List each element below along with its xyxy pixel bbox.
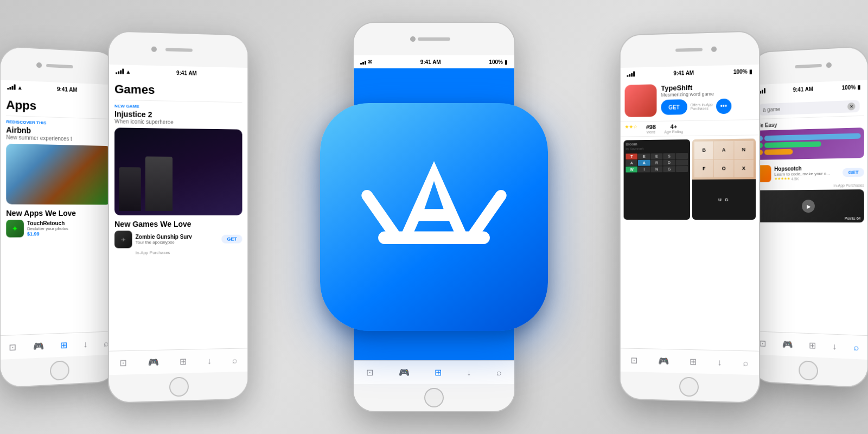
screen-left: Games NEW GAME Injustice 2 When iconic s… [109, 78, 247, 351]
tab-games-l[interactable]: 🎮 [148, 358, 158, 367]
tab-updates-r[interactable]: ↓ [717, 358, 722, 367]
wifi-left: ▲ [125, 68, 131, 74]
home-button-center[interactable] [424, 388, 444, 407]
home-button-far-left[interactable] [50, 360, 69, 381]
tab-apps-fr[interactable]: ⊞ [809, 341, 816, 350]
purple-section [755, 127, 864, 160]
age-label: Age Rating [665, 130, 683, 133]
tab-today-r[interactable]: ⊡ [630, 356, 637, 365]
play-button-fr[interactable]: ▶ [802, 200, 815, 213]
tile-n1: N [650, 166, 662, 172]
tab-today-c[interactable]: ⊡ [366, 368, 373, 377]
tab-games-c[interactable]: 🎮 [399, 368, 410, 377]
tab-apps-fl[interactable]: ⊞ [60, 341, 67, 350]
stars-hopscotch: ★★★★★ [774, 176, 790, 181]
hopscotch-desc: Learn to code, make your o... [774, 171, 839, 177]
new-apps-heading: New Apps We Love [6, 209, 111, 218]
tab-search-l[interactable]: ⌕ [232, 356, 238, 365]
tab-today-fr[interactable]: ⊡ [760, 339, 766, 348]
tabbar-right: ⊡ 🎮 ⊞ ↓ ⌕ [621, 348, 759, 375]
tabbar-center: ⊡ 🎮 ⊞ ↓ ⌕ [354, 360, 514, 384]
tab-apps-r[interactable]: ⊞ [690, 358, 697, 366]
phone-far-right: 9:41 AM 100% ▮ a game ✕ ade Easy [750, 46, 868, 388]
word-grid: Bloom by Spyrosoft T E E S A A R D W [624, 139, 690, 220]
typeshift-get-button[interactable]: GET [661, 99, 687, 115]
phone-top-center [354, 23, 514, 55]
appstore-icon-overlay [320, 103, 548, 331]
tab-search-c[interactable]: ⌕ [496, 368, 502, 377]
search-text-fr: a game [763, 106, 780, 112]
home-button-left[interactable] [169, 377, 189, 397]
tab-apps-c[interactable]: ⊞ [435, 368, 442, 377]
phone-bottom-center [354, 384, 514, 411]
video-meta: Points 64 [845, 216, 861, 220]
status-left-right [627, 71, 635, 76]
tile-i1: I [638, 167, 650, 173]
color-section: ade Easy [755, 119, 864, 222]
phone-top-far-left [1, 47, 117, 85]
letter-grid-2: B A N F O X [692, 138, 756, 180]
camera-center [410, 36, 416, 42]
home-button-right[interactable] [679, 377, 699, 397]
speaker-left [165, 48, 193, 52]
phone-far-left: ▲ 9:41 AM Apps REDISCOVER THIS Airbnb Ne… [0, 46, 118, 388]
tab-games-fr[interactable]: 🎮 [782, 340, 793, 349]
hopscotch-get-button[interactable]: GET [843, 168, 864, 177]
tab-apps-l[interactable]: ⊞ [180, 357, 187, 366]
phone-top-far-right [751, 47, 867, 85]
rating-stars: ★★☆ [625, 124, 637, 134]
battery-fr: 100% [841, 84, 856, 91]
typeshift-header: TypeShift Mesmerizing word game GET Offe… [621, 78, 759, 122]
zombie-get-button[interactable]: GET [222, 235, 242, 244]
word-g: G [725, 197, 729, 202]
tile-blank2 [676, 159, 688, 165]
battery-right: 100% [733, 68, 748, 75]
status-right-fr: 100% ▮ [841, 84, 860, 91]
typeshift-more-button[interactable]: ••• [716, 99, 731, 114]
content-left: Games NEW GAME Injustice 2 When iconic s… [109, 78, 247, 351]
word-dark-section: U G [692, 179, 756, 220]
tile2-n: N [734, 141, 754, 159]
home-button-far-right[interactable] [799, 360, 818, 381]
rating-row: ★★☆ #98 Word 4+ Age Rating [621, 119, 759, 137]
tile-blank3 [676, 166, 688, 172]
status-left-far-left: ▲ [7, 84, 22, 90]
tab-updates-fr[interactable]: ↓ [832, 342, 837, 350]
word-game-section: Bloom by Spyrosoft T E E S A A R D W [621, 135, 759, 223]
time-left: 9:41 AM [176, 69, 197, 76]
search-bar-fr: a game ✕ [758, 100, 859, 116]
tile-t1: T [626, 154, 637, 159]
zombie-desc: Tour the apocalypse [136, 240, 219, 245]
time-far-left: 9:41 AM [57, 86, 77, 93]
phone-right: 9:41 AM 100% ▮ TypeShift Mesmerizing wor… [620, 30, 760, 404]
camera-far-left [36, 62, 42, 68]
tab-today-fl[interactable]: ⊡ [9, 343, 16, 352]
injustice-desc: When iconic superheroe [114, 118, 242, 126]
star-display: ★★☆ [625, 124, 637, 129]
time-fr: 9:41 AM [793, 86, 813, 93]
tab-updates-l[interactable]: ↓ [207, 356, 212, 365]
appstore-logo-svg [354, 137, 514, 297]
review-count: 4.5K [791, 177, 799, 181]
tab-updates-fl[interactable]: ↓ [84, 340, 88, 348]
phone-top-right [621, 31, 759, 68]
bar-orange [764, 149, 793, 155]
tab-search-fr[interactable]: ⌕ [853, 343, 859, 352]
tab-search-r[interactable]: ⌕ [743, 359, 748, 367]
tab-updates-c[interactable]: ↓ [467, 368, 471, 377]
wifi-center: ⌘ [368, 60, 372, 65]
tab-games-fl[interactable]: 🎮 [33, 342, 44, 351]
phone-bottom-far-right [751, 354, 867, 387]
main-scene: ▲ 9:41 AM Apps REDISCOVER THIS Airbnb Ne… [0, 0, 868, 434]
camera-right [711, 47, 717, 52]
tab-games-r[interactable]: 🎮 [658, 356, 669, 365]
speaker-far-right [795, 64, 822, 68]
bar-blue [764, 133, 861, 141]
tab-today-l[interactable]: ⊡ [119, 359, 126, 367]
bloom-label: Bloom [626, 142, 688, 146]
screen-far-right: a game ✕ ade Easy [751, 93, 867, 335]
content-far-left: Apps REDISCOVER THIS Airbnb New summer e… [1, 93, 117, 335]
rating-age: 4+ Age Rating [665, 123, 683, 133]
touchretouch-icon: ✦ [6, 220, 24, 238]
camera-left [151, 47, 157, 52]
